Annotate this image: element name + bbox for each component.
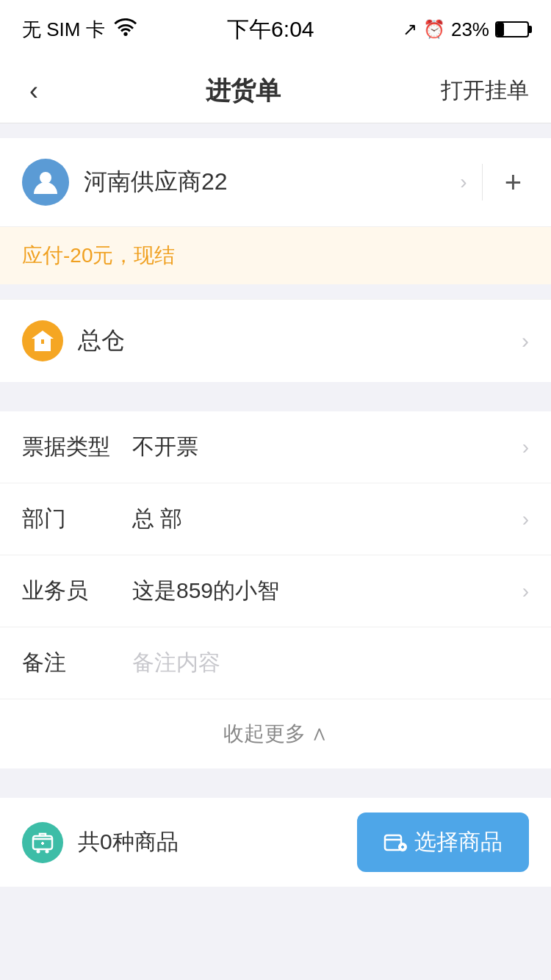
section-gap-3 xyxy=(0,382,551,397)
svg-point-0 xyxy=(40,172,51,184)
status-right: ↗ ⏰ 23% xyxy=(403,18,529,41)
cart-icon xyxy=(30,830,55,855)
add-supplier-button[interactable]: + xyxy=(497,166,529,199)
svg-point-3 xyxy=(46,849,49,853)
supplier-name: 河南供应商22 xyxy=(84,166,460,198)
salesperson-chevron-icon: › xyxy=(522,580,529,603)
warehouse-name: 总仓 xyxy=(78,325,522,357)
remark-row[interactable]: 备注 备注内容 xyxy=(0,627,551,699)
page-footer xyxy=(0,887,551,980)
supplier-card: 河南供应商22 › + 应付-20元，现结 xyxy=(0,138,551,284)
status-time: 下午6:04 xyxy=(227,15,314,45)
product-count-text: 共0种商品 xyxy=(78,827,357,857)
supplier-divider xyxy=(482,164,483,201)
alarm-icon: ⏰ xyxy=(423,19,445,40)
battery-text: 23% xyxy=(451,18,489,41)
invoice-type-chevron-icon: › xyxy=(522,436,529,459)
supplier-chevron-icon: › xyxy=(460,170,467,194)
supplier-row[interactable]: 河南供应商22 › + xyxy=(0,138,551,227)
status-left: 无 SIM 卡 xyxy=(22,17,139,43)
location-icon: ↗ xyxy=(403,19,417,40)
collapse-button[interactable]: 收起更多 ∧ xyxy=(0,699,551,768)
warehouse-chevron-icon: › xyxy=(522,328,529,353)
battery-icon xyxy=(495,21,529,37)
remark-label: 备注 xyxy=(22,648,125,678)
carrier-text: 无 SIM 卡 xyxy=(22,17,105,43)
wifi-icon xyxy=(112,18,139,41)
house-icon xyxy=(30,328,55,353)
svg-point-2 xyxy=(37,849,40,853)
warehouse-icon xyxy=(22,320,63,361)
department-row[interactable]: 部门 总 部 › xyxy=(0,483,551,555)
warehouse-row[interactable]: 总仓 › xyxy=(0,299,551,382)
invoice-type-row[interactable]: 票据类型 不开票 › xyxy=(0,411,551,483)
select-product-icon xyxy=(383,831,407,854)
person-icon xyxy=(31,167,60,197)
salesperson-label: 业务员 xyxy=(22,576,125,606)
warehouse-card: 总仓 › xyxy=(0,299,551,382)
salesperson-value: 这是859的小智 xyxy=(125,576,522,606)
select-product-label: 选择商品 xyxy=(414,827,503,857)
department-chevron-icon: › xyxy=(522,508,529,531)
section-gap-2 xyxy=(0,284,551,299)
department-label: 部门 xyxy=(22,504,125,534)
invoice-type-value: 不开票 xyxy=(125,432,522,462)
remark-value[interactable]: 备注内容 xyxy=(125,648,529,678)
section-gap-4 xyxy=(0,768,551,783)
nav-bar: ‹ 进货单 打开挂单 xyxy=(0,59,551,123)
department-value: 总 部 xyxy=(125,504,522,534)
open-pending-button[interactable]: 打开挂单 xyxy=(441,76,529,106)
supplier-avatar xyxy=(22,159,69,206)
page-title: 进货单 xyxy=(206,74,281,108)
section-gap-1 xyxy=(0,123,551,138)
notice-bar: 应付-20元，现结 xyxy=(0,227,551,284)
status-bar: 无 SIM 卡 下午6:04 ↗ ⏰ 23% xyxy=(0,0,551,59)
invoice-type-label: 票据类型 xyxy=(22,432,125,462)
form-section: 票据类型 不开票 › 部门 总 部 › 业务员 这是859的小智 › 备注 备注… xyxy=(0,411,551,699)
bottom-bar: 共0种商品 选择商品 xyxy=(0,798,551,887)
collapse-label: 收起更多 ∧ xyxy=(223,722,328,745)
salesperson-row[interactable]: 业务员 这是859的小智 › xyxy=(0,555,551,627)
product-icon-container xyxy=(22,822,63,863)
select-product-button[interactable]: 选择商品 xyxy=(357,813,529,872)
notice-text: 应付-20元，现结 xyxy=(22,244,175,267)
back-button[interactable]: ‹ xyxy=(22,68,46,114)
